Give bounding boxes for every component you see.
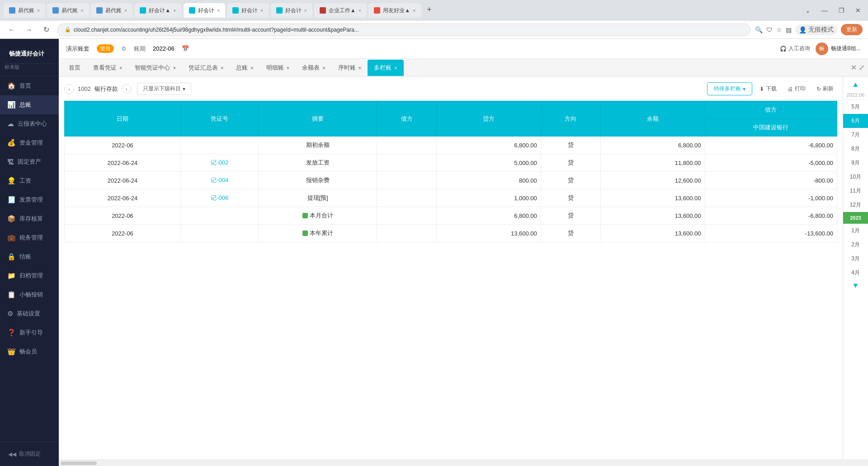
tab-voucher-summary[interactable]: 凭证汇总表 × <box>182 60 230 76</box>
tab-balance-close[interactable]: × <box>322 65 325 71</box>
refresh-btn[interactable]: ↻ 刷新 <box>813 83 837 95</box>
month-item-jun[interactable]: 6月 <box>843 114 868 128</box>
shield-icon[interactable]: 🛡 <box>766 26 773 33</box>
tab[interactable]: 易代账 × <box>4 3 45 18</box>
download-btn[interactable]: ⬇ 下载 <box>756 83 780 95</box>
kefu-btn[interactable]: 🎧 人工咨询 <box>780 45 810 52</box>
tab-multicolumn-close[interactable]: × <box>394 65 397 71</box>
sidebar-item-cloud-report[interactable]: ☁ 云报表中心 <box>0 114 59 133</box>
sidebar-item-fund[interactable]: 💰 资金管理 <box>0 133 59 152</box>
sidebar-item-home[interactable]: 🏠 首页 <box>0 76 59 95</box>
close-btn[interactable]: ✕ <box>852 5 864 16</box>
sidebar-item-member[interactable]: 👑 畅会员 <box>0 342 59 361</box>
tab-general-ledger[interactable]: 总账 × <box>230 60 259 76</box>
sidebar-item-guide[interactable]: ❓ 新手引导 <box>0 323 59 342</box>
tab-voucher-close[interactable]: × <box>119 65 122 71</box>
scroll-up-btn[interactable]: ▲ <box>850 79 861 90</box>
cancel-pin-btn[interactable]: ◀◀ 取消固定 <box>5 447 54 461</box>
sidebar-item-assets[interactable]: 🏗 固定资产 <box>0 152 59 171</box>
scroll-down-btn[interactable]: ▼ <box>850 280 861 292</box>
month-item-feb[interactable]: 2月 <box>843 238 868 252</box>
new-tab-button[interactable]: + <box>423 3 436 16</box>
cell-voucher[interactable]: 记-004 <box>181 172 259 189</box>
sidebar-item-close-account[interactable]: 🔒 结账 <box>0 247 59 266</box>
show-sub-dropdown[interactable]: 只显示下级科目 ▾ <box>137 83 191 95</box>
tab-active[interactable]: 好会计 × <box>184 3 225 18</box>
update-button[interactable]: 更新 <box>841 24 863 35</box>
tab[interactable]: 易代账 × <box>91 3 132 18</box>
tab-bar-expand-icon[interactable]: ⤢ <box>859 63 864 72</box>
tab[interactable]: 好会计 × <box>227 3 269 18</box>
sidebar-item-tax[interactable]: 💼 税务管理 <box>0 228 59 247</box>
horizontal-scrollbar[interactable] <box>59 460 868 466</box>
sidebar-item-archive[interactable]: 📁 归档管理 <box>0 266 59 285</box>
tab-detail-ledger-close[interactable]: × <box>287 65 289 71</box>
tab-list-btn[interactable]: ⌄ <box>802 5 814 16</box>
month-item-jul[interactable]: 7月 <box>843 128 868 142</box>
scroll-thumb[interactable] <box>61 461 97 465</box>
tab-close[interactable]: × <box>260 8 263 13</box>
cell-voucher[interactable] <box>181 225 259 242</box>
settings-icon[interactable]: ⚙ <box>121 45 127 52</box>
month-item-may[interactable]: 5月 <box>843 100 868 114</box>
month-item-mar[interactable]: 3月 <box>843 252 868 266</box>
tab[interactable]: 好会计 × <box>271 3 312 18</box>
month-item-oct[interactable]: 10月 <box>843 170 868 184</box>
tab-smart-voucher[interactable]: 智能凭证中心 × <box>128 60 182 76</box>
tab-general-ledger-close[interactable]: × <box>250 65 253 71</box>
special-multicolumn-btn[interactable]: 特殊多栏账 ▾ <box>707 82 752 95</box>
tab-journal-close[interactable]: × <box>359 65 361 71</box>
tab[interactable]: 用友好业▲ × <box>368 3 421 18</box>
sidebar-item-inventory[interactable]: 📦 库存核算 <box>0 209 59 228</box>
month-item-jan[interactable]: 1月 <box>843 224 868 238</box>
cell-voucher[interactable] <box>181 207 259 225</box>
calendar-icon[interactable]: 📅 <box>182 45 189 52</box>
address-input[interactable]: 🔒 cloud2.chanjet.com/accounting/uh26t264… <box>57 24 750 36</box>
tab-close[interactable]: × <box>124 8 127 13</box>
print-btn[interactable]: 🖨 打印 <box>784 83 809 95</box>
tab-smart-voucher-close[interactable]: × <box>173 65 175 71</box>
sidebar-item-ledger[interactable]: 📊 总账 <box>0 95 59 114</box>
month-item-apr[interactable]: 4月 <box>843 266 868 280</box>
tab-close[interactable]: × <box>413 8 415 13</box>
sidebar-item-settings[interactable]: ⚙ 基础设置 <box>0 304 59 323</box>
tab-close[interactable]: × <box>304 8 307 13</box>
tab-voucher-summary-close[interactable]: × <box>221 65 223 71</box>
sidebar-item-salary[interactable]: 👷 工资 <box>0 171 59 190</box>
tab-journal[interactable]: 序时账 × <box>332 60 368 76</box>
maximize-btn[interactable]: ❐ <box>835 5 848 16</box>
tab[interactable]: 易代账 × <box>47 3 89 18</box>
tab-close[interactable]: × <box>37 8 40 13</box>
month-item-dec[interactable]: 12月 <box>843 198 868 212</box>
back-button[interactable]: ← <box>5 24 18 36</box>
tab-close-active[interactable]: × <box>217 8 220 13</box>
tab-close[interactable]: × <box>80 8 83 13</box>
cell-voucher[interactable]: 记-002 <box>181 154 259 172</box>
sidebar-item-invoice[interactable]: 🧾 发票管理 <box>0 190 59 209</box>
tab-home[interactable]: 首页 <box>62 60 87 76</box>
user-btn[interactable]: 👤 无痕模式 <box>795 24 837 35</box>
forward-button[interactable]: → <box>23 24 35 36</box>
reload-button[interactable]: ↻ <box>40 24 52 36</box>
tab-balance[interactable]: 余额表 × <box>296 60 331 76</box>
month-item-aug[interactable]: 8月 <box>843 142 868 156</box>
tab-close[interactable]: × <box>173 8 176 13</box>
month-item-sep[interactable]: 9月 <box>843 156 868 170</box>
month-item-nov[interactable]: 11月 <box>843 184 868 198</box>
tab-bar-close-icon[interactable]: ✕ <box>851 63 857 72</box>
cell-voucher[interactable]: 记-006 <box>181 189 259 207</box>
tab-detail-ledger[interactable]: 明细账 × <box>260 60 296 76</box>
prev-subject-btn[interactable]: ‹ <box>64 84 74 94</box>
user-avatar[interactable]: 畅 畅捷通B组... <box>816 42 861 55</box>
tab-close[interactable]: × <box>359 8 361 13</box>
minimize-btn[interactable]: — <box>818 5 831 16</box>
star-icon[interactable]: ☆ <box>776 26 782 33</box>
tab-voucher[interactable]: 查看凭证 × <box>87 60 128 76</box>
sidebar-toggle-icon[interactable]: ▤ <box>786 26 792 33</box>
tab[interactable]: 好会计▲ × <box>134 3 181 18</box>
sidebar-item-expense[interactable]: 📋 小畅报销 <box>0 285 59 304</box>
search-icon[interactable]: 🔍 <box>755 26 763 33</box>
cell-voucher[interactable] <box>181 137 259 154</box>
tab[interactable]: 企业工作▲ × <box>314 3 367 18</box>
next-subject-btn[interactable]: › <box>122 84 132 94</box>
